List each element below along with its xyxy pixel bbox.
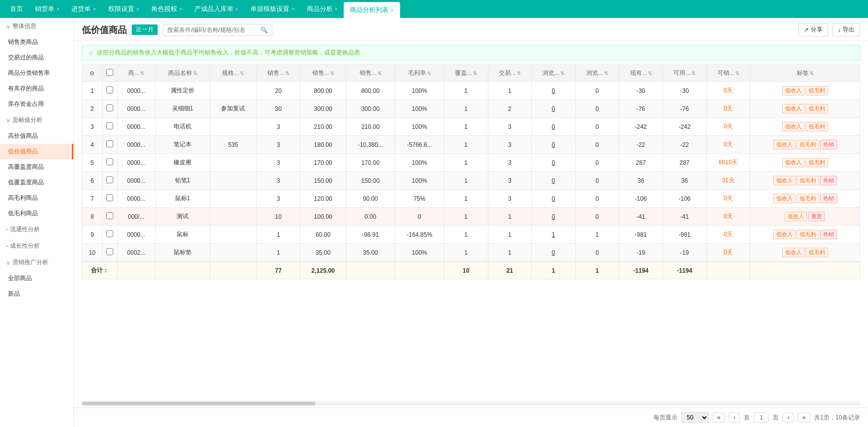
browse-link[interactable]: 0 [552,195,555,202]
nav-close-1[interactable]: × [93,6,96,12]
browse-link[interactable]: 0 [552,123,555,130]
sidebar-item-category-sales-rate[interactable]: 商品分类销售率 [0,65,73,81]
browse-link[interactable]: 1 [552,231,555,238]
sidebar-item-low-value[interactable]: 低价值商品 [0,144,73,159]
sidebar-item-all-products[interactable]: 全部商品 [0,271,73,286]
sort-icon-browse2[interactable]: ⇅ [604,70,608,76]
sidebar-item-high-margin[interactable]: 高毛利商品 [0,190,73,206]
sort-icon-gross[interactable]: ⇅ [427,70,431,76]
scrollbar-thumb[interactable] [82,402,315,406]
nav-item-6[interactable]: 商品分析 × [301,0,344,18]
sidebar-item-stock-products[interactable]: 有库存的商品 [0,81,73,96]
sidebar-section-marketing-title[interactable]: ∨ 营销推广分析 [0,254,73,271]
sidebar-item-low-coverage[interactable]: 低覆盖度商品 [0,175,73,190]
table-row: 5 0000... 橡皮擦 3 170.00 170.00 100% 1 3 0… [82,154,860,172]
sort-icon-sales-qty[interactable]: ⇅ [285,70,289,76]
last-page-button[interactable]: » [798,413,810,423]
sort-icon-name[interactable]: ⇅ [193,70,197,76]
row-checkbox[interactable] [106,140,113,147]
sort-icon-tags[interactable]: ⇅ [810,70,814,76]
horizontal-scrollbar[interactable] [82,402,860,406]
nav-close-0[interactable]: × [56,6,59,12]
nav-item-5[interactable]: 单据模板设置 × [244,0,300,18]
browse-link[interactable]: 0 [552,213,555,220]
tag-低毛利: 低毛利 [806,86,828,95]
sort-icon-trade[interactable]: ⇅ [517,70,521,76]
sort-icon-browse1[interactable]: ⇅ [560,70,564,76]
sort-icon-current[interactable]: ⇅ [648,70,652,76]
sort-icon-coverage[interactable]: ⇅ [473,70,477,76]
sidebar-section-contribution-title[interactable]: ∨ 贡献值分析 [0,112,73,128]
sidebar-section-overview-title[interactable]: ∨ 整体信息 [0,18,73,34]
browse-link[interactable]: 0 [552,249,555,256]
col-gear[interactable]: ⚙ [82,65,103,82]
sidebar-item-traded-products[interactable]: 交易过的商品 [0,50,73,65]
sort-icon-spec[interactable]: ⇅ [240,70,244,76]
browse-link[interactable]: 0 [552,141,555,148]
nav-item-3[interactable]: 角色授权 × [145,0,188,18]
nav-item-4[interactable]: 产成品入库单 × [189,0,244,18]
nav-item-1[interactable]: 进货单 × [65,0,102,18]
col-browse2: 浏览...⇅ [575,65,619,82]
sort-icon-code[interactable]: ⇅ [140,70,144,76]
nav-close-6[interactable]: × [335,6,338,12]
search-input[interactable] [167,26,258,33]
sidebar-item-high-value[interactable]: 高价值商品 [0,128,73,144]
row-checkbox[interactable] [106,86,113,93]
row-browse2: 0 [575,244,619,262]
browse-link[interactable]: 0 [552,87,555,94]
sidebar-section-circulation-title[interactable]: › 流通性分析 [0,221,73,238]
row-checkbox[interactable] [106,158,113,165]
row-checkbox[interactable] [106,194,113,201]
sidebar-item-new-products[interactable]: 新品 [0,286,73,302]
sort-icon-available[interactable]: ⇅ [691,70,695,76]
browse-link[interactable]: 0 [552,105,555,112]
col-tags: 标签⇅ [750,65,860,82]
tag-低收入: 低收入 [773,194,796,203]
row-checkbox[interactable] [106,230,113,237]
row-gross-rate: 100% [395,82,444,100]
row-checkbox[interactable] [106,122,113,129]
share-button[interactable]: ↗ 分享 [798,23,828,36]
sidebar-item-sales-products[interactable]: 销售类商品 [0,34,73,50]
row-checkbox[interactable] [106,176,113,183]
row-checkbox[interactable] [106,212,113,219]
search-icon[interactable]: 🔍 [260,26,268,33]
col-sales-qty: 销售...⇅ [256,65,300,82]
row-current: -106 [619,190,663,208]
gear-icon[interactable]: ⚙ [89,70,95,77]
browse-link[interactable]: 0 [552,159,555,166]
row-checkbox[interactable] [106,104,113,111]
sort-icon-sellable[interactable]: ⇅ [735,70,739,76]
select-all-checkbox[interactable] [106,69,113,76]
sidebar-section-growth-title[interactable]: › 成长性分析 [0,238,73,254]
nav-close-2[interactable]: × [136,6,139,12]
sidebar-item-low-margin[interactable]: 低毛利商品 [0,206,73,221]
nav-item-7[interactable]: 商品分析列表 × [344,2,400,18]
nav-close-4[interactable]: × [235,6,238,12]
row-num: 3 [82,118,103,136]
prev-page-button[interactable]: ‹ [729,413,740,423]
nav-close-5[interactable]: × [291,6,294,12]
nav-close-7[interactable]: × [391,7,394,13]
export-icon: ↓ [838,26,841,33]
time-badge[interactable]: 近一月 [132,24,158,35]
current-page-number[interactable]: 1 [754,413,769,423]
sort-icon-sales-avg[interactable]: ⇅ [378,70,382,76]
total-sellable [706,262,750,279]
row-gross-rate: 100% [395,154,444,172]
first-page-button[interactable]: « [713,413,725,423]
nav-item-2[interactable]: 权限设置 × [102,0,145,18]
sort-icon-sales-amt[interactable]: ⇅ [330,70,334,76]
row-checkbox[interactable] [106,248,113,255]
page-size-select[interactable]: 50 100 200 [681,412,709,423]
nav-close-3[interactable]: × [179,6,182,12]
browse-link[interactable]: 0 [552,177,555,184]
export-button[interactable]: ↓ 导出 [832,23,860,36]
col-trade: 交易...⇅ [488,65,532,82]
sidebar-item-stock-capital[interactable]: 库存资金占用 [0,96,73,112]
next-page-button[interactable]: › [783,413,794,423]
nav-home[interactable]: 首页 [4,0,29,18]
sidebar-item-high-coverage[interactable]: 高覆盖度商品 [0,159,73,175]
nav-item-0[interactable]: 销货单 × [29,0,65,18]
